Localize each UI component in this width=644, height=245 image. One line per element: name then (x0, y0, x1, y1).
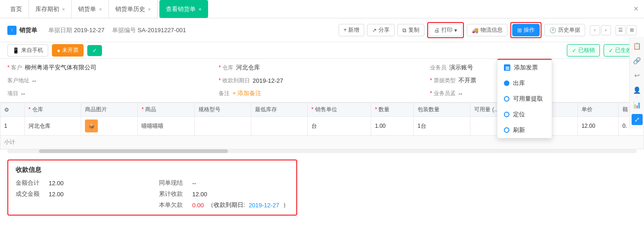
ticket-icon: ● (57, 47, 60, 54)
tab-inventory[interactable]: 库存期初 × (29, 0, 72, 18)
doc-number: 单据编号 SA-20191227-001 (112, 26, 186, 34)
operations-button[interactable]: ⊞ 操作 (512, 24, 540, 36)
close-window-icon[interactable]: × (633, 4, 638, 14)
not-open-button[interactable]: ● 未开票 (52, 44, 84, 57)
due-date-label: 收款到期日 (219, 77, 250, 85)
copy-button[interactable]: ⧉ 复制 (397, 24, 424, 36)
row-product: 嘻嘻嘻嘻 (138, 117, 194, 136)
col-warehouse: 仓库 (25, 103, 81, 117)
address-row: 客户地址 -- (7, 76, 214, 85)
same-order-label: 同单现结 (159, 179, 188, 187)
close-tab-sales[interactable]: × (99, 6, 102, 12)
col-product: 商品 (138, 103, 194, 117)
col-min-stock: 最低库存 (251, 103, 307, 117)
print-dropdown-icon: ▾ (454, 27, 457, 34)
dropdown-refresh[interactable]: 刷新 (497, 122, 552, 138)
project-row: 项目 -- (7, 89, 214, 97)
doc-header: ↑ 销货单 单据日期 2019-12-27 单据编号 SA-20191227-0… (0, 18, 644, 42)
ticket-value: 不开票 (458, 76, 476, 85)
main-content: ↑ 销货单 单据日期 2019-12-27 单据编号 SA-20191227-0… (0, 18, 644, 245)
cumulative-value: 12.00 (192, 191, 207, 198)
cancelled-icon: ✓ (572, 47, 576, 54)
col-settings[interactable]: ⚙ (0, 103, 25, 117)
close-tab-sales-history[interactable]: × (148, 6, 151, 12)
sidebar-chart-icon[interactable]: 📊 (632, 99, 643, 110)
customer-row: 客户 柳州粤港平安气体有限公司 (7, 63, 214, 72)
remark-label: 备注 (219, 90, 230, 97)
close-tab-view-sales[interactable]: × (198, 6, 201, 12)
due-note-end: ） (283, 201, 289, 209)
due-date-row: 收款到期日 2019-12-27 (219, 76, 425, 85)
sidebar-expand-icon[interactable]: ⤢ (632, 114, 643, 125)
add-invoice-icon: ▦ (504, 64, 510, 71)
logistics-button[interactable]: 🚚 物流信息 (467, 24, 508, 36)
col-unit: 销售单位 (307, 103, 371, 117)
close-tab-inventory[interactable]: × (62, 6, 65, 12)
tab-home[interactable]: 首页 (4, 0, 29, 18)
owed-row: 本单欠款 0.00 （收款到期日: 2019-12-27 ） (159, 201, 288, 209)
owed-value: 0.00 (192, 202, 203, 209)
sidebar-user-icon[interactable]: 👤 (632, 85, 643, 96)
history-button[interactable]: 🕐 历史单据 (544, 24, 585, 36)
tab-view-sales[interactable]: 查看销货单 × (159, 0, 208, 18)
cumulative-label: 累计收款 (159, 190, 188, 198)
locate-icon (504, 112, 509, 117)
view-list[interactable]: ☰ (616, 25, 626, 35)
address-value: -- (32, 77, 36, 84)
check-icon: ✓ (92, 47, 97, 54)
sidebar-link-icon[interactable]: 🔗 (632, 55, 643, 66)
payment-box: 收款信息 金额合计 12.00 同单现结 -- 成交金额 12.00 累计收款 … (7, 160, 297, 216)
salesperson-label: 业务员孟 (430, 90, 456, 97)
warehouse-row: 仓库 河北仓库 (219, 63, 425, 72)
total-amount-row: 金额合计 12.00 (16, 179, 145, 187)
refresh-icon (504, 127, 509, 133)
history-icon: 🕐 (549, 27, 556, 34)
share-icon: ↗ (372, 27, 377, 34)
row-min-stock (251, 117, 307, 136)
nav-arrows: ‹ › (590, 25, 611, 35)
sidebar-doc-icon[interactable]: 📋 (632, 40, 643, 51)
payment-section: 收款信息 金额合计 12.00 同单现结 -- 成交金额 12.00 累计收款 … (0, 153, 644, 222)
address-label: 客户地址 (7, 77, 29, 85)
share-button[interactable]: ↗ 分享 (367, 24, 395, 36)
col-spec: 规格型号 (194, 103, 251, 117)
payment-title: 收款信息 (16, 166, 289, 174)
right-sidebar: 📋 🔗 ↩ 👤 📊 ⤢ (629, 37, 644, 129)
product-thumbnail: 📦 (85, 120, 98, 132)
sidebar-return-icon[interactable]: ↩ (632, 70, 643, 81)
remark-row: 备注 + 添加备注 (219, 89, 425, 97)
payment-grid: 金额合计 12.00 同单现结 -- 成交金额 12.00 累计收款 12.00 (16, 179, 289, 209)
row-unit-price: 12.00 (577, 117, 618, 136)
print-button[interactable]: 🖨 打印 ▾ (429, 24, 462, 36)
already-cancelled-button[interactable]: ✓ 已核销 (567, 44, 600, 57)
row-no: 1 (0, 117, 25, 136)
dropdown-outbound[interactable]: 出库 (497, 75, 552, 91)
logistics-icon: 🚚 (472, 27, 479, 34)
deal-amount-label: 成交金额 (16, 190, 45, 198)
col-image: 商品图片 (81, 103, 138, 117)
warehouse-value: 河北仓库 (236, 63, 260, 72)
check-button[interactable]: ✓ (87, 45, 102, 56)
col-pack-qty: 包装数量 (414, 103, 470, 117)
nav-prev[interactable]: ‹ (590, 25, 600, 35)
outbound-icon (504, 80, 509, 86)
tab-sales-history[interactable]: 销货单历史 × (109, 0, 158, 18)
phone-icon: 📱 (12, 47, 19, 54)
dropdown-locate[interactable]: 定位 (497, 107, 552, 122)
dropdown-add-invoice[interactable]: ▦ 添加发票 (497, 60, 552, 75)
dropdown-available-qty[interactable]: 可用量提取 (497, 91, 552, 107)
available-qty-icon (504, 96, 509, 102)
tab-bar: 首页 库存期初 × 销货单 × 销货单历史 × 查看销货单 × × (0, 0, 644, 18)
new-button[interactable]: + 新增 (339, 24, 364, 36)
view-grid[interactable]: ⊞ (627, 25, 637, 35)
project-label: 项目 (7, 90, 18, 97)
deal-amount-value: 12.00 (49, 191, 64, 198)
row-warehouse: 河北仓库 (25, 117, 81, 136)
customer-value: 柳州粤港平安气体有限公司 (25, 63, 96, 72)
tab-sales[interactable]: 销货单 × (72, 0, 108, 18)
nav-next[interactable]: › (601, 25, 611, 35)
staff-label: 业务员 (430, 64, 446, 72)
from-phone-button[interactable]: 📱 来自手机 (7, 44, 48, 57)
add-remark-button[interactable]: + 添加备注 (232, 89, 261, 97)
customer-label: 客户 (7, 64, 22, 72)
